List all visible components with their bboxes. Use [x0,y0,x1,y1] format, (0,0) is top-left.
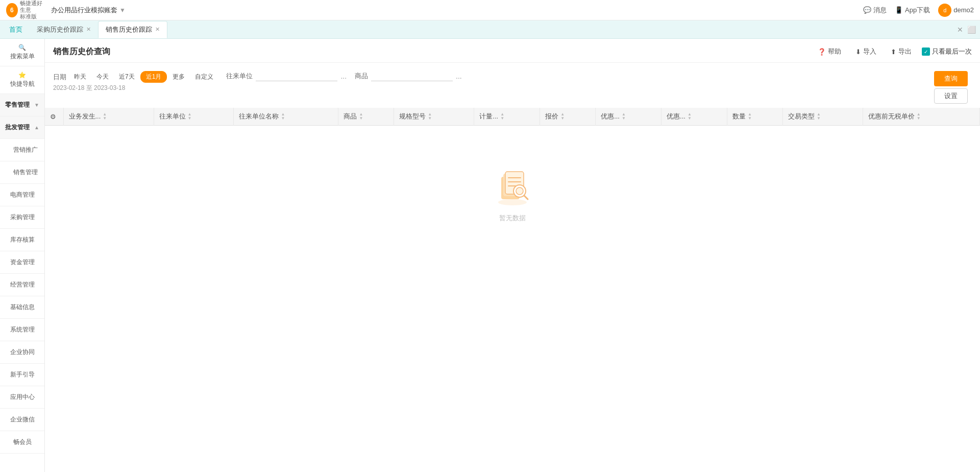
table-header-qty[interactable]: 数量 ▲▼ [727,108,783,126]
user-menu[interactable]: d demo2 [938,4,974,17]
sidebar-item-ecom[interactable]: 电商管理 [0,184,44,206]
breadcrumb: 办公用品行业模拟账套 [51,6,117,15]
sort-icons-partner-code: ▲▼ [188,112,192,121]
search-icon: 🔍 [18,44,26,51]
partner-input[interactable] [256,71,337,81]
sidebar-item-basic[interactable]: 基础信息 [0,296,44,319]
date-label: 日期 [53,73,66,82]
table-header-partner-name[interactable]: 往来单位名称 ▲▼ [234,108,338,126]
sidebar-item-system[interactable]: 系统管理 [0,319,44,341]
table-header-unit[interactable]: 计量... ▲▼ [474,108,540,126]
settings-button[interactable]: 设置 [934,88,968,104]
date-btn-more[interactable]: 更多 [168,71,189,83]
tab-bar: 首页 采购历史价跟踪 ✕ 销售历史价跟踪 ✕ ✕ ⬜ [0,20,980,39]
sidebar-item-sales-mgmt[interactable]: 销售管理 [0,161,44,184]
logo-icon: 6 [6,3,18,17]
sidebar-item-enterprise[interactable]: 企业协同 [0,341,44,364]
svg-line-9 [524,196,528,199]
sidebar-item-newbie[interactable]: 新手引导 [0,364,44,386]
sidebar-item-retail[interactable]: 零售管理 ▼ [0,94,44,116]
sidebar-item-search[interactable]: 🔍 搜索菜单 [0,39,44,66]
import-icon: ⬇ [855,48,861,56]
tab-purchase-history[interactable]: 采购历史价跟踪 ✕ [30,21,98,38]
page-header: 销售历史价查询 ❓ 帮助 ⬇ 导入 ⬆ 导出 ✓ 只看最后一次 [45,39,980,63]
export-button[interactable]: ⬆ 导出 [887,45,916,58]
empty-state-icon [492,167,533,207]
header-right: 💬 消息 📱 App下载 d demo2 [863,4,974,17]
query-button[interactable]: 查询 [934,71,968,86]
sidebar-item-operations[interactable]: 经营管理 [0,274,44,296]
sort-icons-pre-tax-price: ▲▼ [917,112,921,121]
date-buttons: 昨天 今天 近7天 近1月 更多 自定义 [69,71,218,83]
partner-filter: 往来单位 ... [226,71,347,81]
sort-icons-quote: ▲▼ [560,112,565,121]
page-actions: ❓ 帮助 ⬇ 导入 ⬆ 导出 ✓ 只看最后一次 [814,45,972,58]
table-header-discount2[interactable]: 优惠... ▲▼ [662,108,727,126]
sort-icons-goods: ▲▼ [359,112,363,121]
svg-point-8 [516,187,523,195]
sidebar-item-inventory[interactable]: 库存核算 [0,229,44,251]
table-header-partner-code[interactable]: 往来单位 ▲▼ [154,108,234,126]
avatar: d [938,4,951,17]
table-header-quote[interactable]: 报价 ▲▼ [540,108,596,126]
sort-icons-discount1: ▲▼ [622,112,626,121]
message-icon: 💬 [863,6,871,14]
close-sales-tab[interactable]: ✕ [155,26,160,33]
sort-icons-biz-date: ▲▼ [103,112,107,121]
table-header-spec[interactable]: 规格型号 ▲▼ [394,108,474,126]
sort-icons-spec: ▲▼ [428,112,432,121]
tab-sales-history[interactable]: 销售历史价跟踪 ✕ [98,21,167,38]
only-last-checkbox[interactable]: ✓ [922,48,930,56]
partner-dots-icon[interactable]: ... [340,72,347,80]
import-button[interactable]: ⬇ 导入 [851,45,880,58]
table-header-trade-type[interactable]: 交易类型 ▲▼ [782,108,863,126]
table-header-goods[interactable]: 商品 ▲▼ [338,108,394,126]
sidebar-item-shortcut[interactable]: ⭐ 快捷导航 [0,66,44,94]
help-icon: ❓ [818,48,826,56]
message-button[interactable]: 💬 消息 [863,6,887,15]
export-icon: ⬆ [891,48,896,56]
goods-dots-icon[interactable]: ... [456,72,462,80]
date-btn-today[interactable]: 今天 [92,71,113,83]
sidebar-item-purchase[interactable]: 采购管理 [0,206,44,229]
table-area: ⚙ 业务发生... ▲▼ 往来单位 ▲▼ [45,108,980,472]
date-range-text: 2023-02-18 至 2023-03-18 [53,84,218,92]
sidebar-item-wholesale[interactable]: 批发管理 ▲ [0,116,44,139]
filter-container: 日期 昨天 今天 近7天 近1月 更多 自定义 2023-02-18 至 202… [45,63,980,108]
help-button[interactable]: ❓ 帮助 [814,45,845,58]
logo-area: 6 畅捷通好生意 标准版 [6,0,47,20]
table-header-gear[interactable]: ⚙ [45,108,63,126]
svg-point-0 [498,199,527,205]
sidebar-item-marketing[interactable]: 营销推广 [0,139,44,161]
maximize-icon[interactable]: ⬜ [967,26,976,34]
breadcrumb-dropdown-icon[interactable]: ▼ [119,7,126,14]
table-header-pre-tax-price[interactable]: 优惠前无税单价 ▲▼ [863,108,979,126]
date-btn-yesterday[interactable]: 昨天 [69,71,91,83]
sidebar-item-vip[interactable]: 畅会员 [0,431,44,454]
close-purchase-tab[interactable]: ✕ [86,26,91,33]
date-btn-last1m[interactable]: 近1月 [140,71,167,83]
date-btn-custom[interactable]: 自定义 [190,71,218,83]
page-title: 销售历史价查询 [53,46,110,57]
sidebar-item-apps[interactable]: 应用中心 [0,386,44,409]
gear-icon[interactable]: ⚙ [50,113,56,121]
sidebar-item-wechat[interactable]: 企业微信 [0,409,44,431]
action-buttons: 查询 设置 [934,71,972,104]
only-last-checkbox-label[interactable]: ✓ 只看最后一次 [922,47,972,56]
sidebar-item-finance[interactable]: 资金管理 [0,251,44,274]
app-download-button[interactable]: 📱 App下载 [895,6,930,15]
table-header-biz-date[interactable]: 业务发生... ▲▼ [63,108,154,126]
table-header-discount1[interactable]: 优惠... ▲▼ [596,108,662,126]
partner-label: 往来单位 [226,72,253,81]
date-btn-last7[interactable]: 近7天 [114,71,139,83]
empty-state: 暂无数据 [45,126,980,264]
sort-icons-trade-type: ▲▼ [817,112,821,121]
goods-input[interactable] [371,71,453,81]
tab-actions: ✕ ⬜ [957,26,980,34]
tab-home[interactable]: 首页 [2,21,30,38]
close-all-tabs-icon[interactable]: ✕ [957,26,963,34]
main-layout: 🔍 搜索菜单 ⭐ 快捷导航 零售管理 ▼ 批发管理 ▲ 营销推广 销售管理 电商… [0,39,980,472]
breadcrumb-area: 办公用品行业模拟账套 ▼ [51,6,859,15]
date-filter-section: 日期 昨天 今天 近7天 近1月 更多 自定义 2023-02-18 至 202… [53,71,218,92]
goods-label: 商品 [355,72,368,81]
